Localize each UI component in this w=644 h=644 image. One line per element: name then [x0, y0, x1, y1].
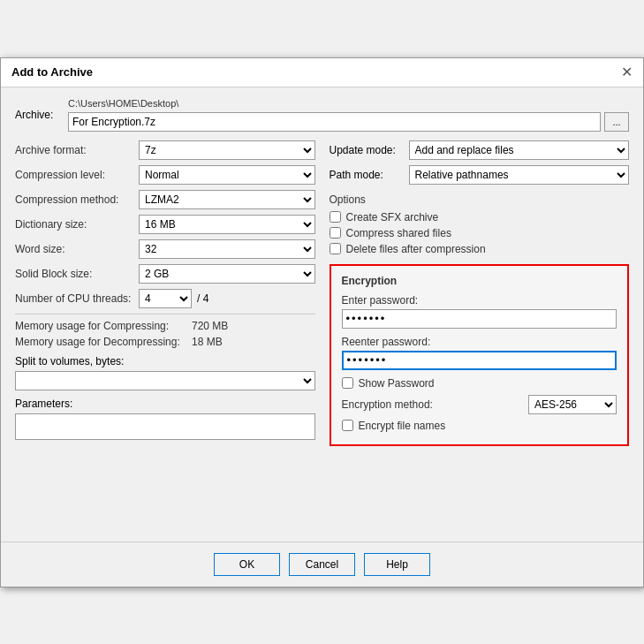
- mem-compress-row: Memory usage for Compressing: 720 MB: [15, 320, 315, 332]
- left-column: Archive format: 7z zip tar Compression l…: [15, 140, 315, 446]
- enc-method-row: Encryption method: AES-256 ZipCrypto: [342, 395, 617, 414]
- enc-method-label: Encryption method:: [342, 398, 529, 411]
- mem-decompress-label: Memory usage for Decompressing:: [15, 336, 192, 348]
- dict-size-label: Dictionary size:: [15, 218, 139, 231]
- split-label: Split to volumes, bytes:: [15, 355, 315, 367]
- mem-compress-value: 720 MB: [192, 320, 228, 332]
- format-row: Archive format: 7z zip tar: [15, 140, 315, 160]
- compression-method-select[interactable]: LZMA2 LZMA PPMd: [139, 190, 315, 209]
- compress-shared-label[interactable]: Compress shared files: [346, 227, 451, 239]
- word-size-row: Word size: 8 16 32 64: [15, 239, 315, 259]
- ok-button[interactable]: OK: [214, 553, 280, 576]
- delete-files-checkbox[interactable]: [330, 243, 341, 254]
- update-mode-select[interactable]: Add and replace files Update and add fil…: [409, 140, 630, 160]
- enc-method-select[interactable]: AES-256 ZipCrypto: [528, 395, 617, 414]
- encrypt-names-row: Encrypt file names: [342, 420, 617, 432]
- dict-size-select[interactable]: 1 MB 2 MB 4 MB 8 MB 16 MB 32 MB: [139, 215, 315, 234]
- archive-path-row: ...: [68, 112, 629, 132]
- archive-path-input[interactable]: [68, 112, 601, 132]
- compression-method-label: Compression method:: [15, 193, 139, 206]
- archive-row: Archive: C:\Users\HOME\Desktop\ ...: [15, 98, 629, 132]
- encryption-box: Encryption Enter password: Reenter passw…: [330, 264, 630, 446]
- solid-block-select[interactable]: Non-solid 1 GB 2 GB: [139, 264, 315, 284]
- encrypt-names-label[interactable]: Encrypt file names: [359, 420, 446, 432]
- params-input[interactable]: [15, 413, 315, 440]
- path-mode-label: Path mode:: [330, 169, 409, 181]
- dict-size-row: Dictionary size: 1 MB 2 MB 4 MB 8 MB 16 …: [15, 215, 315, 234]
- compression-level-select[interactable]: Store Fastest Fast Normal Maximum Ultra: [139, 165, 315, 185]
- cpu-label: Number of CPU threads:: [15, 292, 139, 305]
- help-button[interactable]: Help: [364, 553, 430, 576]
- cpu-row: Number of CPU threads: 1 2 3 4 / 4: [15, 289, 315, 308]
- word-size-label: Word size:: [15, 243, 139, 255]
- archive-label: Archive:: [15, 109, 68, 121]
- show-password-row: Show Password: [342, 377, 617, 390]
- sfx-checkbox[interactable]: [330, 211, 341, 223]
- delete-files-checkbox-row: Delete files after compression: [330, 243, 630, 255]
- split-section: Split to volumes, bytes:: [15, 355, 315, 390]
- archive-path-col: C:\Users\HOME\Desktop\ ...: [68, 98, 629, 132]
- sfx-checkbox-row: Create SFX archive: [330, 211, 630, 224]
- close-button[interactable]: ✕: [621, 65, 633, 80]
- cpu-total: / 4: [197, 292, 208, 305]
- browse-button[interactable]: ...: [604, 112, 629, 132]
- dialog-title: Add to Archive: [11, 65, 93, 79]
- compress-shared-checkbox-row: Compress shared files: [330, 227, 630, 239]
- sfx-label[interactable]: Create SFX archive: [346, 211, 439, 224]
- reenter-password-label: Reenter password:: [342, 336, 617, 348]
- right-column: Update mode: Add and replace files Updat…: [330, 140, 630, 446]
- show-password-checkbox[interactable]: [342, 377, 353, 389]
- archive-path-top: C:\Users\HOME\Desktop\: [68, 98, 629, 109]
- cpu-select[interactable]: 1 2 3 4: [139, 289, 192, 308]
- solid-block-row: Solid Block size: Non-solid 1 GB 2 GB: [15, 264, 315, 284]
- mem-decompress-row: Memory usage for Decompressing: 18 MB: [15, 336, 315, 348]
- word-size-select[interactable]: 8 16 32 64: [139, 239, 315, 259]
- split-select[interactable]: [15, 371, 315, 390]
- add-to-archive-dialog: Add to Archive ✕ Archive: C:\Users\HOME\…: [0, 57, 644, 587]
- reenter-password-input[interactable]: [342, 351, 617, 370]
- enter-password-input[interactable]: [342, 309, 617, 329]
- cancel-button[interactable]: Cancel: [289, 553, 355, 576]
- enter-password-label: Enter password:: [342, 294, 617, 307]
- title-bar: Add to Archive ✕: [1, 58, 643, 87]
- options-title: Options: [330, 193, 630, 206]
- encryption-title: Encryption: [342, 275, 617, 287]
- delete-files-label[interactable]: Delete files after compression: [346, 243, 486, 255]
- mem-decompress-value: 18 MB: [192, 336, 223, 348]
- compression-level-row: Compression level: Store Fastest Fast No…: [15, 165, 315, 185]
- compression-level-label: Compression level:: [15, 169, 139, 181]
- compress-shared-checkbox[interactable]: [330, 227, 341, 239]
- format-label: Archive format:: [15, 144, 139, 156]
- params-label: Parameters:: [15, 398, 315, 410]
- dialog-body: Archive: C:\Users\HOME\Desktop\ ... Arch…: [1, 87, 643, 534]
- update-mode-label: Update mode:: [330, 144, 409, 156]
- encrypt-names-checkbox[interactable]: [342, 420, 353, 431]
- format-select[interactable]: 7z zip tar: [139, 140, 315, 160]
- show-password-label[interactable]: Show Password: [359, 377, 435, 390]
- mem-compress-label: Memory usage for Compressing:: [15, 320, 192, 332]
- update-mode-row: Update mode: Add and replace files Updat…: [330, 140, 630, 160]
- path-mode-select[interactable]: Relative pathnames Full pathnames No pat…: [409, 165, 630, 185]
- options-group: Options Create SFX archive Compress shar…: [330, 193, 630, 255]
- compression-method-row: Compression method: LZMA2 LZMA PPMd: [15, 190, 315, 209]
- dialog-footer: OK Cancel Help: [1, 542, 643, 587]
- path-mode-row: Path mode: Relative pathnames Full pathn…: [330, 165, 630, 185]
- main-columns: Archive format: 7z zip tar Compression l…: [15, 140, 629, 446]
- params-section: Parameters:: [15, 398, 315, 440]
- solid-block-label: Solid Block size:: [15, 268, 139, 280]
